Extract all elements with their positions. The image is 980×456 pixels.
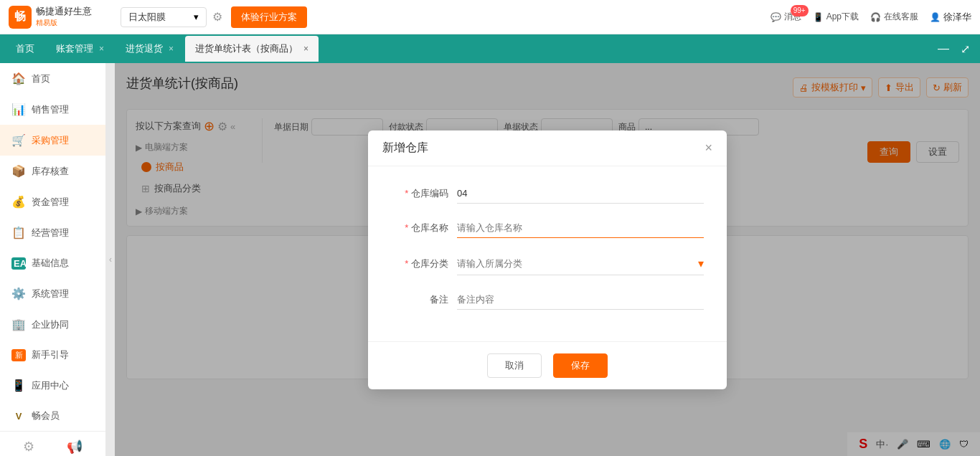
phone-icon: 📱 (813, 12, 824, 22)
app-download-label: App下载 (826, 11, 859, 23)
online-service-label: 在线客服 (884, 11, 918, 23)
sidebar-bottom: ⚙ 📢 (0, 431, 105, 456)
app-name: 畅捷通好生意 (36, 6, 92, 18)
sales-icon: 📊 (11, 103, 26, 116)
sidebar-item-system[interactable]: ⚙️ 系统管理 (0, 278, 105, 309)
warehouse-code-input[interactable] (457, 184, 704, 204)
warehouse-note-row: 备注 (391, 290, 704, 310)
warehouse-name-row: 仓库名称 (391, 218, 704, 238)
tab-bar: 首页 账套管理 × 进货退货 × 进货单统计表（按商品） × — ⤢ (0, 34, 980, 63)
logo-icon: 畅 (9, 6, 32, 29)
sidebar-speaker-icon[interactable]: 📢 (67, 439, 83, 455)
sidebar-purchase-label: 采购管理 (32, 134, 69, 147)
headset-icon: 🎧 (870, 12, 881, 22)
modal-footer: 取消 保存 (368, 341, 727, 389)
user-name: 徐泽华 (943, 11, 971, 24)
sidebar-home-label: 首页 (32, 72, 50, 85)
sidebar-item-finance[interactable]: 💰 资金管理 (0, 186, 105, 217)
tab-account[interactable]: 账套管理 × (46, 36, 114, 62)
sidebar-item-inventory[interactable]: 📦 库存核查 (0, 156, 105, 186)
cancel-button[interactable]: 取消 (487, 353, 542, 378)
warehouse-code-label: 仓库编码 (391, 187, 448, 200)
modal-title: 新增仓库 (382, 141, 428, 156)
sidebar-system-label: 系统管理 (32, 288, 69, 300)
purchase-icon: 🛒 (11, 133, 26, 147)
tab-purchase-return-label: 进货退货 (126, 42, 163, 55)
warehouse-category-label: 仓库分类 (391, 257, 448, 270)
message-badge: 99+ (791, 5, 809, 16)
category-dropdown-icon[interactable]: ▾ (698, 257, 704, 270)
trial-button[interactable]: 体验行业方案 (231, 6, 307, 28)
message-icon: 💬 (771, 12, 781, 22)
user-avatar-icon: 👤 (930, 12, 941, 22)
modal-close-button[interactable]: × (705, 141, 712, 156)
warehouse-category-row: 仓库分类 ▾ (391, 252, 704, 275)
chevron-down-icon: ▾ (194, 11, 199, 22)
app-badge: 精易版 (36, 18, 92, 28)
content-area: 进货单统计(按商品) 🖨 按模板打印 ▾ ⬆ 导出 ↻ 刷新 (115, 63, 980, 456)
tab-home-label: 首页 (16, 42, 34, 55)
sidebar-enterprise-label: 企业协同 (32, 318, 69, 331)
finance-icon: 💰 (11, 195, 26, 209)
user-profile-item[interactable]: 👤 徐泽华 (930, 11, 971, 24)
modal-body: 仓库编码 仓库名称 仓库分类 ▾ (368, 166, 727, 341)
sidebar-guide-label: 新手引导 (32, 348, 69, 361)
tab-purchase-return-close-icon[interactable]: × (169, 44, 174, 54)
sidebar-finance-label: 资金管理 (32, 196, 69, 209)
logo-area: 畅 畅捷通好生意 精易版 (9, 6, 115, 29)
header-right: 💬 消息 99+ 📱 App下载 🎧 在线客服 👤 徐泽华 (771, 11, 971, 24)
sidebar-item-base[interactable]: EA 基础信息 (0, 248, 105, 278)
enterprise-icon: 🏢 (11, 318, 26, 331)
base-icon: EA (11, 257, 26, 270)
guide-icon: 新 (11, 349, 26, 361)
sidebar-item-app[interactable]: 📱 应用中心 (0, 370, 105, 401)
warehouse-note-input[interactable] (457, 290, 704, 310)
warehouse-code-row: 仓库编码 (391, 184, 704, 204)
tab-minimize-button[interactable]: — (933, 39, 953, 59)
sidebar-item-home[interactable]: 🏠 首页 (0, 63, 105, 94)
sidebar-vip-label: 畅会员 (32, 409, 60, 422)
modal-header: 新增仓库 × (368, 130, 727, 166)
tab-bar-actions: — ⤢ (933, 39, 974, 59)
sidebar-item-sales[interactable]: 📊 销售管理 (0, 94, 105, 125)
save-button[interactable]: 保存 (553, 353, 608, 378)
sidebar-settings-icon[interactable]: ⚙ (23, 439, 34, 455)
settings-icon[interactable]: ⚙ (212, 10, 222, 24)
store-name: 日太阳膜 (128, 11, 191, 24)
tab-purchase-stats-label: 进货单统计表（按商品） (195, 42, 298, 55)
sidebar-sales-label: 销售管理 (32, 103, 69, 116)
sidebar-base-label: 基础信息 (32, 257, 69, 270)
inventory-icon: 📦 (11, 164, 26, 178)
sidebar-item-purchase[interactable]: 🛒 采购管理 (0, 125, 105, 156)
warehouse-name-input[interactable] (457, 218, 704, 238)
tab-maximize-button[interactable]: ⤢ (956, 39, 974, 59)
sidebar: 🏠 首页 📊 销售管理 🛒 采购管理 📦 库存核查 💰 资金管理 📋 经营管理 … (0, 63, 106, 456)
sidebar-operation-label: 经营管理 (32, 227, 69, 239)
add-warehouse-modal: 新增仓库 × 仓库编码 仓库名称 仓库分类 (368, 130, 727, 389)
warehouse-category-select-wrap[interactable]: ▾ (457, 252, 704, 275)
sidebar-app-label: 应用中心 (32, 379, 69, 392)
tab-purchase-return[interactable]: 进货退货 × (116, 36, 184, 62)
modal-overlay[interactable]: 新增仓库 × 仓库编码 仓库名称 仓库分类 (115, 63, 980, 456)
tab-home[interactable]: 首页 (6, 36, 44, 62)
sidebar-item-operation[interactable]: 📋 经营管理 (0, 217, 105, 248)
online-service-item[interactable]: 🎧 在线客服 (870, 11, 918, 23)
messages-item[interactable]: 💬 消息 99+ (771, 11, 801, 23)
tab-account-label: 账套管理 (56, 42, 93, 55)
sidebar-toggle[interactable]: ‹ (106, 63, 115, 456)
logo-text-group: 畅捷通好生意 精易版 (36, 6, 92, 28)
vip-icon: V (11, 411, 26, 422)
warehouse-category-input[interactable] (457, 258, 698, 269)
top-header: 畅 畅捷通好生意 精易版 日太阳膜 ▾ ⚙ 体验行业方案 💬 消息 99+ 📱 … (0, 0, 980, 34)
sidebar-inventory-label: 库存核查 (32, 165, 69, 178)
sidebar-item-guide[interactable]: 新 新手引导 (0, 340, 105, 370)
operation-icon: 📋 (11, 226, 26, 239)
sidebar-item-vip[interactable]: V 畅会员 (0, 401, 105, 431)
sidebar-item-enterprise[interactable]: 🏢 企业协同 (0, 309, 105, 340)
tab-purchase-stats[interactable]: 进货单统计表（按商品） × (185, 36, 319, 62)
tab-account-close-icon[interactable]: × (99, 44, 104, 54)
tab-purchase-stats-close-icon[interactable]: × (303, 44, 308, 54)
warehouse-name-label: 仓库名称 (391, 222, 448, 234)
app-download-item[interactable]: 📱 App下载 (813, 11, 859, 23)
store-selector[interactable]: 日太阳膜 ▾ (121, 7, 207, 27)
